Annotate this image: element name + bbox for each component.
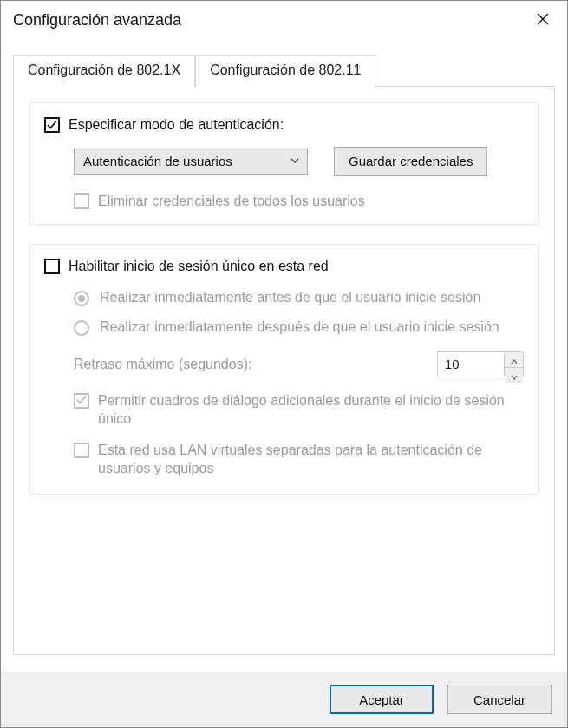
radio-circle [74,320,89,336]
checkbox-box [74,193,89,209]
ok-button[interactable]: Aceptar [330,685,434,714]
radio-dot-icon [78,295,85,302]
chevron-down-icon [511,368,518,383]
tab-container: Configuración de 802.1X Configuración de… [13,51,555,672]
save-credentials-button[interactable]: Guardar credenciales [334,147,487,176]
radio-after-logon: Realizar inmediatamente después de que e… [74,318,524,337]
cancel-button[interactable]: Cancelar [447,685,552,714]
button-label: Aceptar [359,692,404,707]
radio-label: Realizar inmediatamente después de que e… [100,318,499,337]
checkbox-box [74,393,89,409]
dropdown-value: Autenticación de usuarios [83,154,232,168]
tabpanel-8021x: Especificar modo de autenticación: Auten… [13,86,555,655]
button-label: Guardar credenciales [349,154,473,168]
checkbox-box [44,259,60,274]
group-sso: Habilitar inicio de sesión único en esta… [29,244,539,495]
tab-80211[interactable]: Configuración de 802.11 [195,55,375,87]
checkbox-delete-credentials: Eliminar credenciales de todos los usuar… [74,192,365,211]
checkbox-box [44,117,60,133]
spinner-up[interactable] [505,352,523,367]
tab-label: Configuración de 802.11 [210,62,361,77]
checkbox-label: Esta red usa LAN virtuales separadas par… [98,441,524,478]
radio-label: Realizar inmediatamente antes de que el … [100,288,480,307]
checkbox-label: Eliminar credenciales de todos los usuar… [98,192,365,211]
tab-label: Configuración de 802.1X [28,62,180,77]
delay-label: Retraso máximo (segundos): [74,357,418,372]
chevron-up-icon [511,352,518,367]
dialog-footer: Aceptar Cancelar [1,672,567,727]
checkbox-label: Especificar modo de autenticación: [69,115,284,134]
radio-circle [74,291,89,306]
checkbox-label: Permitir cuadros de diálogo adicionales … [98,391,524,429]
tab-8021x[interactable]: Configuración de 802.1X [13,55,195,88]
check-icon [47,118,57,133]
tabstrip: Configuración de 802.1X Configuración de… [13,51,555,87]
checkbox-allow-dialogs: Permitir cuadros de diálogo adicionales … [74,391,524,429]
spinner-down[interactable] [505,367,523,383]
auth-mode-dropdown[interactable]: Autenticación de usuarios [74,148,308,175]
close-button[interactable] [519,1,567,39]
delay-spinner[interactable]: 10 [437,351,524,377]
group-auth-mode: Especificar modo de autenticación: Auten… [29,102,539,225]
dialog-title: Configuración avanzada [13,11,181,30]
chevron-down-icon [290,154,300,168]
spinner-buttons [504,352,523,377]
button-label: Cancelar [473,692,526,707]
checkbox-vlan: Esta red usa LAN virtuales separadas par… [74,441,524,478]
checkbox-box [74,443,89,458]
delay-value: 10 [438,352,504,377]
checkbox-specify-auth[interactable]: Especificar modo de autenticación: [44,115,524,134]
titlebar: Configuración avanzada [1,1,567,39]
radio-before-logon: Realizar inmediatamente antes de que el … [74,288,524,307]
check-icon [76,393,87,408]
checkbox-enable-sso[interactable]: Habilitar inicio de sesión único en esta… [44,257,524,276]
close-icon [537,13,549,28]
checkbox-label: Habilitar inicio de sesión único en esta… [69,257,329,276]
